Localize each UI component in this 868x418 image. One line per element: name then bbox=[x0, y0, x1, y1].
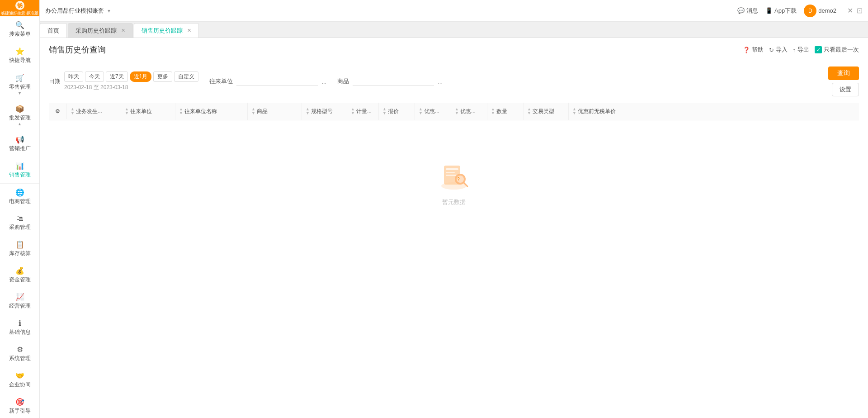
wholesale-icon: 📦 bbox=[15, 104, 24, 113]
th-unit-name[interactable]: ▲▼ 往来单位名称 bbox=[175, 103, 248, 120]
avatar: D bbox=[804, 5, 816, 17]
sidebar-item-label: 基础信息 bbox=[9, 328, 31, 336]
th-unit-code[interactable]: ▲▼ 往来单位 bbox=[121, 103, 175, 120]
date-btn-yesterday[interactable]: 昨天 bbox=[64, 71, 83, 82]
sidebar-item-inventory[interactable]: 📋 库存核算 bbox=[0, 236, 39, 262]
unit-filter-dots[interactable]: ... bbox=[321, 78, 326, 85]
sort-icon: ▲▼ bbox=[455, 107, 459, 115]
tab-home[interactable]: 首页 bbox=[40, 23, 67, 38]
unit-filter-input[interactable] bbox=[236, 77, 318, 86]
date-btn-1month[interactable]: 近1月 bbox=[130, 71, 152, 82]
sidebar-item-business[interactable]: 📈 经营管理 bbox=[0, 288, 39, 314]
marketing-icon: 📢 bbox=[15, 135, 24, 144]
th-unit-code-label: 往来单位 bbox=[130, 108, 152, 115]
th-spec[interactable]: ▲▼ 规格型号 bbox=[302, 103, 347, 120]
download-icon: 📱 bbox=[765, 7, 773, 14]
sidebar-item-label: 经营管理 bbox=[9, 302, 31, 310]
th-discount2-label: 优惠... bbox=[460, 108, 476, 115]
th-qty-label: 数量 bbox=[496, 108, 507, 115]
message-icon: 💬 bbox=[737, 7, 745, 14]
sidebar-item-retail[interactable]: 🛒 零售管理 ▼ bbox=[0, 69, 39, 100]
product-filter-input[interactable] bbox=[353, 77, 434, 86]
product-filter-group: 商品 ... bbox=[337, 77, 443, 86]
sidebar-item-ecommerce[interactable]: 🌐 电商管理 bbox=[0, 184, 39, 210]
sort-icon: ▲▼ bbox=[71, 107, 75, 115]
date-filter-section: 昨天 今天 近7天 近1月 更多 自定义 2023-02-18 至 2023-0… bbox=[64, 71, 198, 91]
help-label: 帮助 bbox=[752, 46, 764, 54]
sort-icon: ▲▼ bbox=[527, 107, 531, 115]
th-discount2[interactable]: ▲▼ 优惠... bbox=[451, 103, 487, 120]
th-discount1[interactable]: ▲▼ 优惠... bbox=[415, 103, 451, 120]
main-area: 办公用品行业模拟账套 ▾ 💬 消息 📱 App下载 D demo2 ✕ ⊡ bbox=[40, 0, 868, 418]
download-button[interactable]: 📱 App下载 bbox=[765, 7, 797, 15]
th-measure[interactable]: ▲▼ 计量... bbox=[347, 103, 379, 120]
settings-button[interactable]: 设置 bbox=[832, 83, 859, 96]
export-button[interactable]: ↑ 导出 bbox=[793, 46, 810, 54]
product-filter-dots[interactable]: ... bbox=[438, 78, 443, 85]
sidebar-item-label: 快捷导航 bbox=[9, 57, 31, 64]
th-settings[interactable]: ⚙ bbox=[49, 104, 67, 119]
th-trade-label: 交易类型 bbox=[533, 108, 554, 115]
chevron-up-icon: ▲ bbox=[18, 122, 22, 126]
message-button[interactable]: 💬 消息 bbox=[737, 7, 758, 15]
user-profile[interactable]: D demo2 bbox=[804, 5, 836, 17]
th-pretax[interactable]: ▲▼ 优惠前无税单价 bbox=[569, 103, 859, 120]
sidebar-item-sales[interactable]: 📊 销售管理 bbox=[0, 157, 39, 183]
sidebar-item-search[interactable]: 🔍 搜索菜单 bbox=[0, 16, 39, 43]
content-area: 销售历史价查询 ❓ 帮助 ↻ 导入 ↑ 导出 ✓ 只看最后一次 bbox=[40, 38, 868, 418]
sidebar-item-label: 营销推广 bbox=[9, 145, 31, 152]
svg-rect-6 bbox=[446, 175, 457, 176]
sidebar-item-system[interactable]: ⚙ 系统管理 bbox=[0, 341, 39, 367]
sort-icon: ▲▼ bbox=[419, 107, 423, 115]
sidebar-item-label: 零售管理 bbox=[9, 83, 31, 91]
th-price-label: 报价 bbox=[388, 108, 399, 115]
minimize-button[interactable]: ✕ bbox=[847, 6, 853, 15]
help-button[interactable]: ❓ 帮助 bbox=[743, 46, 764, 54]
date-btn-custom[interactable]: 自定义 bbox=[174, 71, 198, 82]
app-logo: 畅 畅捷通好生意 标准版 bbox=[0, 0, 39, 16]
tab-home-label: 首页 bbox=[47, 27, 59, 35]
sidebar-item-basic[interactable]: ℹ 基础信息 bbox=[0, 314, 39, 341]
sidebar-item-newbie[interactable]: 🎯 新手引导 bbox=[0, 393, 39, 418]
maximize-button[interactable]: ⊡ bbox=[857, 6, 863, 15]
tab-purchase-history-close[interactable]: ✕ bbox=[121, 28, 125, 33]
svg-text:?: ? bbox=[457, 177, 460, 182]
th-date[interactable]: ▲▼ 业务发生... bbox=[67, 103, 121, 120]
tab-purchase-history[interactable]: 采购历史价跟踪 ✕ bbox=[68, 23, 133, 38]
date-btn-more[interactable]: 更多 bbox=[153, 71, 172, 82]
empty-state: ? 暂元数据 bbox=[49, 120, 859, 242]
only-last-checkbox[interactable]: ✓ 只看最后一次 bbox=[815, 46, 859, 54]
svg-rect-5 bbox=[446, 172, 455, 173]
th-date-label: 业务发生... bbox=[76, 108, 102, 115]
sort-icon: ▲▼ bbox=[491, 107, 495, 115]
sidebar-item-wholesale[interactable]: 📦 批发管理 ▲ bbox=[0, 100, 39, 131]
tab-sales-history[interactable]: 销售历史价跟踪 ✕ bbox=[134, 23, 199, 38]
th-qty[interactable]: ▲▼ 数量 bbox=[487, 103, 524, 120]
sort-icon: ▲▼ bbox=[306, 107, 310, 115]
tab-sales-history-close[interactable]: ✕ bbox=[187, 28, 191, 33]
sidebar-item-marketing[interactable]: 📢 营销推广 bbox=[0, 131, 39, 157]
search-button[interactable]: 查询 bbox=[828, 66, 859, 80]
th-price[interactable]: ▲▼ 报价 bbox=[379, 103, 415, 120]
empty-illustration: ? bbox=[436, 157, 472, 193]
date-range-display: 2023-02-18 至 2023-03-18 bbox=[64, 84, 128, 91]
th-trade[interactable]: ▲▼ 交易类型 bbox=[524, 103, 569, 120]
topbar-dropdown-icon[interactable]: ▾ bbox=[108, 8, 110, 14]
sidebar-item-shortcut[interactable]: ⭐ 快捷导航 bbox=[0, 43, 39, 69]
newbie-icon: 🎯 bbox=[15, 398, 24, 406]
app-name: 畅捷通好生意 标准版 bbox=[1, 11, 39, 16]
th-product[interactable]: ▲▼ 商品 bbox=[248, 103, 302, 120]
sidebar-item-purchase[interactable]: 🛍 采购管理 bbox=[0, 210, 39, 236]
unit-filter-label: 往来单位 bbox=[209, 77, 233, 86]
chevron-down-icon: ▼ bbox=[18, 91, 22, 95]
sidebar-item-finance[interactable]: 💰 资金管理 bbox=[0, 262, 39, 288]
topbar: 办公用品行业模拟账套 ▾ 💬 消息 📱 App下载 D demo2 ✕ ⊡ bbox=[40, 0, 868, 22]
logo-icon: 畅 bbox=[13, 0, 27, 11]
date-btn-7days[interactable]: 近7天 bbox=[106, 71, 128, 82]
sidebar-item-cooperation[interactable]: 🤝 企业协同 bbox=[0, 367, 39, 393]
date-btn-today[interactable]: 今天 bbox=[85, 71, 104, 82]
import-button[interactable]: ↻ 导入 bbox=[769, 46, 788, 54]
help-icon: ❓ bbox=[743, 47, 750, 53]
sort-icon: ▲▼ bbox=[572, 107, 576, 115]
message-label: 消息 bbox=[746, 7, 758, 15]
